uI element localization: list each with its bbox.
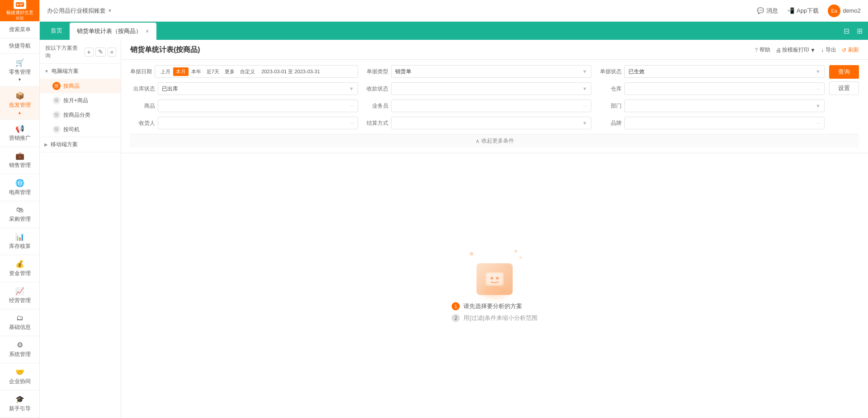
date-tab-this-month[interactable]: 本月 <box>173 67 189 76</box>
sidebar-item-marketing[interactable]: 📢 营销推广 <box>0 120 39 147</box>
warehouse-input[interactable]: ··· <box>624 82 825 95</box>
date-tab-more[interactable]: 更多 <box>222 67 237 76</box>
scheme-item-by-printer[interactable]: 按 按司机 <box>40 122 121 137</box>
help-button[interactable]: ? 帮助 <box>755 46 770 54</box>
help-label: 帮助 <box>760 46 770 54</box>
sidebar-item-system[interactable]: ⚙ 系统管理 <box>0 336 39 363</box>
doc-type-input[interactable]: 销货单 ▼ <box>391 65 591 78</box>
scheme-item-by-product[interactable]: 按 按商品 <box>40 79 121 93</box>
particle-3 <box>519 256 522 259</box>
receiver-field-group: 收货人 ··· <box>130 117 358 129</box>
workspace-selector[interactable]: 办公用品行业模拟账套 ▼ <box>47 7 112 15</box>
tab-bar: 首页 销货单统计表（按商品） ✕ ⊟ ⊞ <box>40 22 868 40</box>
operations-label: 经营管理 <box>9 297 31 304</box>
receipt-status-label: 收款状态 <box>363 85 388 93</box>
query-button[interactable]: 查询 <box>829 65 859 79</box>
scheme-group-desktop: ▼ 电脑端方案 按 按商品 按 按月+商品 按 按商品分类 按 <box>40 64 121 137</box>
sidebar-item-newbie[interactable]: 🎓 新手引导 <box>0 390 39 418</box>
sidebar-item-enterprise[interactable]: 🤝 企业协同 <box>0 363 39 390</box>
date-tabs: 上月 本月 本年 近7天 更多 自定义 <box>158 67 258 76</box>
doc-status-input[interactable]: 已生效 ▼ <box>624 65 825 78</box>
salesperson-label: 业务员 <box>363 102 388 110</box>
sidebar-item-wholesale[interactable]: 📦 批发管理 ▲ <box>0 87 39 120</box>
export-icon: ↓ <box>821 47 824 53</box>
enterprise-icon: 🤝 <box>15 368 24 376</box>
step-2-badge: 2 <box>452 314 460 322</box>
date-tab-custom[interactable]: 自定义 <box>237 67 258 76</box>
filter-main: 单据日期 上月 本月 本年 近7天 更多 自定义 <box>130 65 859 134</box>
date-tab-last-month[interactable]: 上月 <box>158 67 173 76</box>
by-month-product-icon: 按 <box>52 96 61 104</box>
out-status-value: 已出库 <box>162 85 178 93</box>
date-selector[interactable]: 上月 本月 本年 近7天 更多 自定义 2023-03-01 至 2023-03… <box>155 65 358 78</box>
collapse-up-icon: ∧ <box>476 138 480 144</box>
out-status-input[interactable]: 已出库 ▼ <box>158 82 358 95</box>
tab-maximize-button[interactable]: ⊞ <box>855 25 864 37</box>
brand-field-group: 品牌 ··· <box>597 117 825 129</box>
receiver-input[interactable]: ··· <box>158 117 358 129</box>
sidebar-item-sales[interactable]: 💼 销售管理 <box>0 147 39 174</box>
payment-field-group: 结算方式 ▼ <box>363 117 591 129</box>
product-dots-icon: ··· <box>350 103 354 109</box>
scheme-edit-button[interactable]: ✎ <box>95 48 106 57</box>
receipt-status-field-group: 收款状态 ▼ <box>363 82 591 95</box>
by-category-label: 按商品分类 <box>63 111 90 119</box>
sidebar-item-retail[interactable]: 🛒 零售管理 ▼ <box>0 54 39 87</box>
salesperson-input[interactable]: ··· <box>391 100 591 112</box>
refresh-button[interactable]: ↺ 刷新 <box>842 46 859 54</box>
search-menu[interactable]: 搜索菜单 <box>0 21 39 38</box>
tab-home[interactable]: 首页 <box>43 22 70 40</box>
tab-bar-actions: ⊟ ⊞ <box>842 25 868 37</box>
svg-rect-2 <box>19 4 23 5</box>
step-1-badge: 1 <box>452 302 460 310</box>
step-1-label: 请先选择要分析的方案 <box>463 302 522 310</box>
filter-row-2: 出库状态 已出库 ▼ 收款状态 <box>130 82 825 95</box>
empty-state: 1 请先选择要分析的方案 2 用[过滤]条件来缩小分析范围 <box>452 250 537 322</box>
date-tab-7days[interactable]: 近7天 <box>204 67 222 76</box>
empty-step-1: 1 请先选择要分析的方案 <box>452 302 537 310</box>
scheme-item-by-category[interactable]: 按 按商品分类 <box>40 108 121 122</box>
scheme-group-desktop-header[interactable]: ▼ 电脑端方案 <box>40 64 121 79</box>
department-chevron-icon: ▼ <box>816 103 821 109</box>
warehouse-label: 仓库 <box>597 85 622 93</box>
by-month-product-label: 按月+商品 <box>63 97 88 104</box>
scheme-collapse-button[interactable]: « <box>108 48 116 57</box>
warehouse-field-group: 仓库 ··· <box>597 82 825 95</box>
workspace-label: 办公用品行业模拟账套 <box>47 7 106 15</box>
message-action[interactable]: 💬 消息 <box>757 7 778 15</box>
logo[interactable]: 畅捷通好生意 标版 <box>0 0 39 21</box>
brand-input[interactable]: ··· <box>624 117 825 129</box>
user-action[interactable]: Ea demo2 <box>828 5 861 17</box>
print-button[interactable]: 🖨 按模板打印 ▼ <box>776 46 816 54</box>
filter-row-1: 单据日期 上月 本月 本年 近7天 更多 自定义 <box>130 65 825 78</box>
right-area: 销货单统计表(按商品) ? 帮助 🖨 按模板打印 ▼ ↓ 导出 <box>121 40 868 418</box>
scheme-group-mobile-header[interactable]: ▶ 移动端方案 <box>40 137 121 152</box>
export-button[interactable]: ↓ 导出 <box>821 46 836 54</box>
scheme-item-by-month-product[interactable]: 按 按月+商品 <box>40 93 121 108</box>
retail-label: 零售管理 <box>9 68 31 76</box>
app-download-action[interactable]: 📲 App下载 <box>787 7 819 15</box>
system-label: 系统管理 <box>9 351 31 358</box>
sidebar-item-purchase[interactable]: 🛍 采购管理 <box>0 201 39 228</box>
scheme-add-button[interactable]: + <box>85 48 94 57</box>
collapse-row[interactable]: ∧ 收起更多条件 <box>130 134 859 147</box>
sidebar-item-basic[interactable]: 🗂 基础信息 <box>0 309 39 336</box>
scheme-group-mobile: ▶ 移动端方案 <box>40 137 121 152</box>
payment-chevron-icon: ▼ <box>582 120 587 126</box>
product-input[interactable]: ··· <box>158 100 358 112</box>
svg-point-5 <box>491 277 493 280</box>
date-tab-this-year[interactable]: 本年 <box>189 67 204 76</box>
quick-nav[interactable]: 快捷导航 <box>0 38 39 54</box>
sidebar-item-inventory[interactable]: 📊 库存核算 <box>0 228 39 255</box>
sidebar-item-finance[interactable]: 💰 资金管理 <box>0 255 39 282</box>
sidebar-item-operations[interactable]: 📈 经营管理 <box>0 282 39 309</box>
payment-input[interactable]: ▼ <box>391 117 591 129</box>
sidebar-item-ecommerce[interactable]: 🌐 电商管理 <box>0 174 39 201</box>
enterprise-label: 企业协同 <box>9 378 31 385</box>
department-input[interactable]: ▼ <box>624 100 825 112</box>
tab-close-icon[interactable]: ✕ <box>145 28 149 34</box>
receipt-status-input[interactable]: ▼ <box>391 82 591 95</box>
settings-button[interactable]: 设置 <box>829 81 859 95</box>
tab-minimize-button[interactable]: ⊟ <box>842 25 851 37</box>
tab-sales-stats[interactable]: 销货单统计表（按商品） ✕ <box>70 23 156 40</box>
